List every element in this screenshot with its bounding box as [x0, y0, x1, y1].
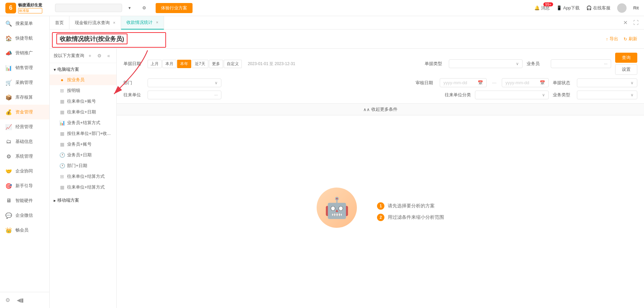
sidebar-item-purchase[interactable]: 🛒 采购管理	[0, 75, 49, 90]
phone-icon: 📱	[556, 5, 562, 10]
app-download-button[interactable]: 📱 App下载	[556, 5, 580, 11]
date-tab-this-month[interactable]: 本月	[162, 60, 176, 68]
empty-robot-image: 🤖	[317, 188, 357, 228]
sidebar-item-hardware[interactable]: 🖥 智能硬件	[0, 193, 49, 208]
date-tab-custom[interactable]: 自定义	[224, 60, 242, 68]
scheme-item-by-staff[interactable]: ● 按业务员	[50, 74, 116, 85]
sidebar-item-collab[interactable]: 🤝 企业协同	[0, 164, 49, 178]
scheme-item-dept-date[interactable]: 🕐 部门+日期	[50, 160, 116, 171]
scheme-item-staff-account[interactable]: ▦ 业务员+账号	[50, 139, 116, 150]
sidebar-item-member[interactable]: 👑 畅会员	[0, 223, 49, 238]
scheme-item-staff-date[interactable]: 🕐 业务员+日期	[50, 150, 116, 160]
search-input[interactable]	[55, 4, 122, 12]
megaphone-icon: 📣	[5, 50, 12, 56]
tab-home[interactable]: 首页	[50, 16, 69, 30]
tab-bank-statement[interactable]: 现金银行流水查询 ×	[69, 16, 121, 30]
date-range-display: 2023-01-01 至 2023-12-31	[248, 61, 295, 67]
search-icon: 🔍	[5, 20, 12, 27]
date-tab-last-month[interactable]: 上月	[148, 60, 162, 68]
date-tab-this-year[interactable]: 本年	[177, 60, 191, 68]
type-select[interactable]: ∨	[449, 59, 523, 68]
scheme-item-client-account[interactable]: ▦ 往来单位+账号	[50, 96, 116, 107]
date-tab-7days[interactable]: 近7天	[192, 60, 208, 68]
review-date-to[interactable]: yyyy-mm-dd 📅	[502, 78, 549, 87]
mobile-scheme-group-header[interactable]: ▸ 移动端方案	[50, 195, 116, 205]
finance-icon: 💰	[5, 109, 12, 115]
user-avatar[interactable]	[617, 3, 627, 13]
scheme-item-client-dept[interactable]: ▦ 按往来单位+部门+收...	[50, 128, 116, 139]
staff-more-icon[interactable]: ···	[604, 61, 607, 66]
collapse-button[interactable]: ∧∧ 收起更多条件	[363, 104, 397, 115]
sidebar-item-operations[interactable]: 📈 经营管理	[0, 119, 49, 134]
settings-button[interactable]: 设置	[615, 64, 637, 75]
scheme-item-client-date[interactable]: ▦ 往来单位+日期	[50, 107, 116, 117]
sidebar-item-quicknav[interactable]: 🏠 快捷导航	[0, 31, 49, 46]
date-tab-more[interactable]: 更多	[209, 60, 223, 68]
dropdown-icon[interactable]: ▾	[125, 3, 134, 13]
scheme-settings-icon[interactable]: ⚙	[96, 52, 103, 59]
type-label: 单据类型	[425, 61, 445, 67]
status-select[interactable]: ∨	[577, 79, 637, 87]
query-button[interactable]: 查询	[615, 53, 637, 63]
sidebar-settings-icon[interactable]: ⚙	[5, 297, 10, 303]
tab-bar: 首页 现金银行流水查询 × 收款情况统计 × ✕ ⛶	[50, 16, 644, 30]
sidebar: 🔍 搜索菜单 🏠 快捷导航 📣 营销推广 📊 销售管理 🛒 采购管理 📦 库存核…	[0, 16, 50, 308]
mobile-scheme-group: ▸ 移动端方案	[50, 194, 116, 207]
refresh-button[interactable]: ↻ 刷新	[624, 36, 637, 42]
tab-payment-stats[interactable]: 收款情况统计 ×	[121, 16, 164, 30]
tab2-close-icon[interactable]: ×	[156, 20, 158, 25]
client-category-label: 往来单位分类	[445, 92, 471, 98]
pc-scheme-group-header[interactable]: ▾ 电脑端方案	[50, 64, 116, 74]
tab1-close-icon[interactable]: ×	[113, 20, 115, 25]
scheme-item-client-settle2[interactable]: ▦ 往来单位+结算方式	[50, 182, 116, 193]
sidebar-item-wxwork[interactable]: 💬 企业微信	[0, 208, 49, 223]
review-date-from[interactable]: yyyy-mm-dd 📅	[440, 78, 487, 87]
query-row-3: 往来单位 ··· 往来单位分类 ∨ 业务类型 ∨	[123, 91, 637, 99]
dept-select-arrow: ∨	[215, 81, 218, 85]
sidebar-item-sysmanage[interactable]: ⚙ 系统管理	[0, 149, 49, 164]
empty-step-2: 2 用过滤条件来缩小分析范围	[377, 214, 444, 221]
sidebar-item-guide[interactable]: 🎯 新手引导	[0, 178, 49, 193]
sidebar-item-sales[interactable]: 📊 销售管理	[0, 60, 49, 75]
sidebar-item-basicinfo[interactable]: 🗂 基础信息	[0, 134, 49, 149]
window-close-icon[interactable]: ✕	[620, 17, 631, 28]
export-button[interactable]: ↑ 导出	[606, 36, 619, 42]
collapse-area: ∧∧ 收起更多条件	[117, 104, 644, 115]
client-more-icon[interactable]: ···	[214, 93, 218, 97]
collapse-chevron-icon: ∧∧	[363, 107, 370, 112]
sales-icon: 📊	[5, 64, 12, 71]
sidebar-collapse-icon[interactable]: ◀▮	[17, 297, 24, 303]
biz-type-arrow: ∨	[631, 93, 634, 97]
scheme-item-staff-settle[interactable]: 📊 业务员+结算方式	[50, 117, 116, 128]
trial-button[interactable]: 体验行业方案	[156, 3, 193, 13]
top-bar: 6 畅捷通好生意 标准版 ▾ ⚙ 体验行业方案 🔔 消息 99+ 📱 App下载…	[0, 0, 644, 16]
window-maximize-icon[interactable]: ⛶	[631, 17, 641, 28]
chart-icon: 📈	[5, 123, 12, 130]
scheme-item-detail[interactable]: ⊞ 按明细	[50, 85, 116, 96]
online-service-button[interactable]: 🎧 在线客服	[586, 5, 610, 11]
date-label: 单据日期	[123, 61, 144, 67]
notification-button[interactable]: 🔔 消息 99+	[534, 5, 550, 11]
user-name[interactable]: Rit	[633, 5, 639, 10]
dept-select[interactable]: ∨	[148, 79, 221, 87]
staff-select[interactable]: ···	[551, 59, 611, 68]
box-icon: 📦	[5, 94, 12, 101]
sidebar-item-inventory[interactable]: 📦 库存核算	[0, 90, 49, 105]
add-scheme-icon[interactable]: +	[86, 52, 94, 59]
staff-date-icon: 🕐	[59, 152, 65, 158]
scheme-item-client-settle1[interactable]: ⊞ 往来单位+结算方式	[50, 171, 116, 182]
status-select-arrow: ∨	[631, 81, 634, 85]
biz-type-select[interactable]: ∨	[577, 91, 637, 99]
collapse-panel-icon[interactable]: «	[105, 52, 112, 59]
sidebar-item-finance[interactable]: 💰 资金管理	[0, 105, 49, 119]
tab-bar-end: ✕ ⛶	[620, 17, 644, 28]
status-label: 单据状态	[553, 80, 573, 86]
gear-icon[interactable]: ⚙	[140, 3, 149, 13]
client-select[interactable]: ···	[148, 91, 221, 99]
client-category-select[interactable]: ∨	[475, 91, 549, 99]
collab-icon: 🤝	[5, 168, 12, 174]
empty-state: 🤖 1 请先选择要分析的方案 2 用过滤条件来缩小分析范围	[117, 115, 644, 308]
staff-scheme-icon: ●	[59, 77, 65, 83]
sidebar-item-marketing[interactable]: 📣 营销推广	[0, 46, 49, 60]
sidebar-item-search[interactable]: 🔍 搜索菜单	[0, 16, 49, 31]
